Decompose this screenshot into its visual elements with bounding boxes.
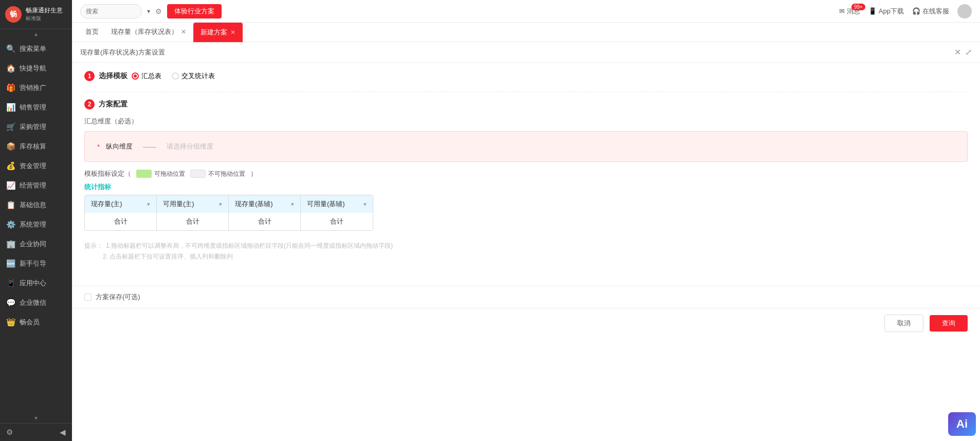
notifications-button[interactable]: ✉ 消息 99+ xyxy=(839,7,860,16)
service-label: 在线客服 xyxy=(922,7,949,16)
sidebar-footer: ⚙ ◀ xyxy=(0,423,72,441)
app-download-button[interactable]: 📱 App下载 xyxy=(868,7,904,16)
sidebar-purchase-label: 采购管理 xyxy=(20,122,46,132)
fixed-label: 不可拖动位置 xyxy=(208,170,245,178)
sidebar-nav: 🔍 搜索菜单 🏠 快捷导航 🎁 营销推广 📊 销售管理 🛒 采购管理 📦 库存核… xyxy=(0,39,72,413)
tab-home[interactable]: 首页 xyxy=(80,23,104,42)
col-cell-3: 合计 xyxy=(301,213,373,230)
topbar: ▾ ⚙ 体验行业方案 ✉ 消息 99+ 📱 App下载 🎧 在线客服 xyxy=(72,0,980,23)
close-icon[interactable]: ✕ xyxy=(954,47,961,57)
sidebar-logo: 畅 畅康通好生意 标准版 xyxy=(0,0,72,29)
movable-label: 可拖动位置 xyxy=(154,170,185,178)
ai-badge[interactable]: Ai xyxy=(948,412,976,436)
topbar-dropdown[interactable]: ▾ xyxy=(147,8,150,15)
sidebar-operations-label: 经营管理 xyxy=(20,181,46,190)
sidebar-item-inventory[interactable]: 📦 库存核算 xyxy=(0,137,72,156)
col-cell-2: 合计 xyxy=(229,213,301,230)
page-title: 现存量(库存状况表)方案设置 xyxy=(80,48,165,57)
settings-icon[interactable]: ⚙ xyxy=(6,428,13,437)
col-header-2-chevron[interactable]: ▾ xyxy=(291,201,294,208)
tab-inventory-close[interactable]: ✕ xyxy=(181,28,186,35)
sidebar-item-operations[interactable]: 📈 经营管理 xyxy=(0,176,72,195)
step2-label: 方案配置 xyxy=(99,100,128,109)
sidebar-item-basic[interactable]: 📋 基础信息 xyxy=(0,195,72,215)
tab-new-plan[interactable]: 新建方案 ✕ xyxy=(193,23,243,42)
inventory-icon: 📦 xyxy=(6,142,15,151)
chevron-down-icon: ▾ xyxy=(147,8,150,15)
sidebar-item-wechat[interactable]: 💬 企业微信 xyxy=(0,293,72,313)
apps-icon: 📱 xyxy=(6,279,15,288)
basic-icon: 📋 xyxy=(6,200,15,210)
search-icon: 🔍 xyxy=(6,44,15,53)
stats-table-header: 现存量(主) ▾ 可用量(主) ▾ 现存量(基辅) ▾ xyxy=(85,195,373,213)
query-button[interactable]: 查询 xyxy=(930,315,968,332)
sidebar-sales-label: 销售管理 xyxy=(20,103,46,112)
col-cell-1-label: 合计 xyxy=(186,217,199,225)
step1-label: 选择模板 xyxy=(99,71,128,81)
expand-icon[interactable]: ⤢ xyxy=(965,47,972,57)
required-dimension-area: * 纵向维度 —— 请选择分组维度 xyxy=(84,131,968,162)
sidebar-item-member[interactable]: 👑 畅会员 xyxy=(0,313,72,332)
col-header-0-label: 现存量(主) xyxy=(91,199,122,209)
step1-badge: 1 xyxy=(84,71,95,81)
sidebar-item-finance[interactable]: 💰 资金管理 xyxy=(0,156,72,176)
sidebar-search-label: 搜索菜单 xyxy=(20,44,46,53)
sidebar-item-system[interactable]: ⚙️ 系统管理 xyxy=(0,215,72,234)
col-header-0-chevron[interactable]: ▾ xyxy=(147,201,150,208)
col-cell-2-label: 合计 xyxy=(258,217,271,225)
sidebar-newbie-label: 新手引导 xyxy=(20,259,46,268)
tip-item-1: 2. 点击标题栏下拉可设置排序、插入列和删除列 xyxy=(84,252,968,261)
sidebar-apps-label: 应用中心 xyxy=(20,279,46,288)
tab-home-label: 首页 xyxy=(85,27,99,36)
step2-badge: 2 xyxy=(84,99,95,109)
phone-icon: 📱 xyxy=(868,7,877,15)
panel-header: 现存量(库存状况表)方案设置 ✕ ⤢ xyxy=(72,42,980,63)
sidebar-item-newbie[interactable]: 🆕 新手引导 xyxy=(0,254,72,273)
collapse-icon[interactable]: ◀ xyxy=(60,428,66,437)
cancel-button[interactable]: 取消 xyxy=(884,315,923,332)
sidebar-item-apps[interactable]: 📱 应用中心 xyxy=(0,273,72,293)
online-service-button[interactable]: 🎧 在线客服 xyxy=(912,7,949,16)
dimension-dash: —— xyxy=(143,143,156,151)
col-header-1-chevron[interactable]: ▾ xyxy=(219,201,222,208)
sidebar-item-purchase[interactable]: 🛒 采购管理 xyxy=(0,117,72,137)
purchase-icon: 🛒 xyxy=(6,122,15,132)
sidebar-item-search[interactable]: 🔍 搜索菜单 xyxy=(0,39,72,59)
panel-close-buttons: ✕ ⤢ xyxy=(954,47,972,57)
sidebar-enterprise-label: 企业协同 xyxy=(20,240,46,249)
divider1 xyxy=(84,91,968,92)
operations-icon: 📈 xyxy=(6,181,15,190)
col-cell-1: 合计 xyxy=(157,213,229,230)
template-config-text-suffix: ） xyxy=(250,169,257,178)
app-edition: 标准版 xyxy=(26,15,63,22)
tab-inventory[interactable]: 现存量（库存状况表） ✕ xyxy=(104,23,193,42)
tab-new-plan-close[interactable]: ✕ xyxy=(230,29,235,36)
gear-icon[interactable]: ⚙ xyxy=(155,7,162,15)
col-cell-0-label: 合计 xyxy=(114,217,128,225)
summary-dimension-label: 汇总维度（必选） xyxy=(84,117,968,126)
radio-cross[interactable]: 交叉统计表 xyxy=(172,71,215,81)
col-header-1-label: 可用量(主) xyxy=(163,199,194,209)
sidebar-item-marketing[interactable]: 🎁 营销推广 xyxy=(0,78,72,98)
sidebar-item-quicknav[interactable]: 🏠 快捷导航 xyxy=(0,59,72,78)
sidebar-item-enterprise[interactable]: 🏢 企业协同 xyxy=(0,234,72,254)
radio-cross-label: 交叉统计表 xyxy=(182,71,215,81)
sales-icon: 📊 xyxy=(6,103,15,112)
tip-item-0: 提示： 1.拖动标题栏可以调整布局，不可跨维度或指标区域拖动栏目字段(只能在同一… xyxy=(84,242,968,250)
search-input[interactable] xyxy=(80,4,142,19)
sidebar-scroll-down[interactable]: ▼ xyxy=(0,413,72,423)
vertical-dimension-label: 纵向维度 xyxy=(106,142,133,151)
radio-summary-label: 汇总表 xyxy=(141,71,161,81)
gift-icon: 🎁 xyxy=(6,83,15,93)
required-star: * xyxy=(97,143,100,151)
sidebar-item-sales[interactable]: 📊 销售管理 xyxy=(0,98,72,117)
content-inner: 现存量(库存状况表)方案设置 ✕ ⤢ 1 选择模板 xyxy=(72,42,980,441)
action-bar: 取消 查询 xyxy=(72,308,980,338)
user-avatar[interactable] xyxy=(957,4,972,19)
template-radio-group: 汇总表 交叉统计表 xyxy=(132,71,215,81)
col-header-3-chevron[interactable]: ▾ xyxy=(364,201,367,208)
radio-summary[interactable]: 汇总表 xyxy=(132,71,161,81)
sidebar-scroll-up[interactable]: ▲ xyxy=(0,29,72,39)
trial-button[interactable]: 体验行业方案 xyxy=(167,4,222,19)
save-checkbox[interactable] xyxy=(84,293,92,301)
